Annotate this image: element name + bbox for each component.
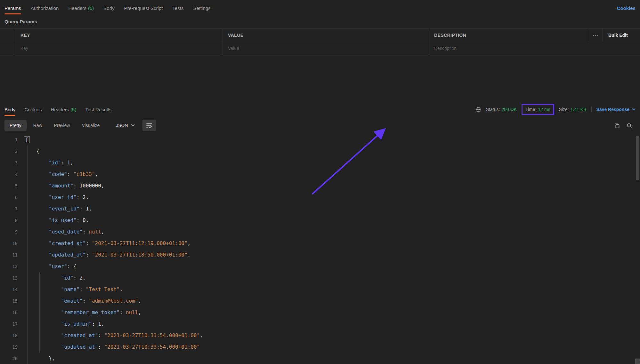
code-line: 3 "id": 1,: [0, 157, 640, 169]
param-value-cell: [223, 42, 429, 55]
wrap-text-icon: [146, 123, 152, 128]
line-number: 5: [0, 180, 18, 192]
language-value: JSON: [116, 123, 128, 128]
code-text: },: [24, 353, 55, 364]
code-line: 19 "updated_at": "2021-03-27T10:33:54.00…: [0, 341, 640, 353]
code-text: "updated_at": "2021-03-27T10:33:54.000+0…: [24, 341, 200, 353]
tab-label: Cookies: [24, 107, 42, 112]
indent-guide: [39, 272, 40, 353]
response-tabbar: Body Cookies Headers (5) Test Results St…: [0, 102, 640, 117]
column-header-description: DESCRIPTION: [429, 29, 589, 42]
status-value: 200 OK: [501, 107, 516, 112]
line-number: 9: [0, 226, 18, 238]
line-number: 20: [0, 353, 18, 364]
line-number: 4: [0, 169, 18, 180]
chevron-down-icon: [131, 124, 135, 127]
tab-label: Settings: [193, 5, 210, 11]
code-line: 16 "remember_me_token": null,: [0, 307, 640, 318]
response-tab-body[interactable]: Body: [4, 102, 15, 117]
code-text: "id": 1,: [24, 157, 73, 169]
size-stat: Size: 1.41 KB: [559, 107, 587, 112]
code-text: "user_id": 2,: [24, 192, 89, 203]
response-body-viewer: 1[2 {3 "id": 1,4 "code": "c1b33",5 "amou…: [0, 134, 640, 364]
size-value: 1.41 KB: [571, 107, 587, 112]
param-key-input[interactable]: [20, 46, 217, 51]
chevron-down-icon: [632, 108, 636, 111]
line-number: 18: [0, 330, 18, 341]
time-value: 12 ms: [538, 107, 550, 112]
indent-guide: [27, 146, 28, 364]
tab-label: Headers: [51, 107, 69, 112]
tab-body[interactable]: Body: [103, 0, 114, 16]
tab-params[interactable]: Params: [4, 0, 21, 16]
code-text: "created_at": "2021-03-27T11:12:19.000+0…: [24, 238, 190, 249]
response-pane: Body Cookies Headers (5) Test Results St…: [0, 102, 640, 364]
code-line: 2 {: [0, 146, 640, 157]
copy-icon[interactable]: [614, 123, 620, 129]
code-line: 15 "email": "admin@test.com",: [0, 295, 640, 307]
response-meta: Status: 200 OK Time: 12 ms Size: 1.41 KB…: [475, 104, 636, 115]
search-icon[interactable]: [626, 123, 632, 129]
code-text: [: [24, 134, 30, 146]
headers-count-badge: (6): [88, 5, 94, 11]
line-number: 15: [0, 295, 18, 307]
code-line: 17 "is_admin": 1,: [0, 318, 640, 330]
code-line: 18 "created_at": "2021-03-27T10:33:54.00…: [0, 330, 640, 341]
code-line: 13 "id": 2,: [0, 272, 640, 284]
request-pane: Params Authorization Headers (6) Body Pr…: [0, 0, 640, 55]
param-description-input[interactable]: [434, 46, 635, 51]
response-tab-cookies[interactable]: Cookies: [24, 102, 42, 117]
save-response-button[interactable]: Save Response: [596, 107, 636, 112]
line-number: 16: [0, 307, 18, 318]
code-text: {: [24, 146, 39, 157]
line-number: 19: [0, 341, 18, 353]
code-line: 1[: [0, 134, 640, 146]
network-globe-icon[interactable]: [475, 107, 481, 113]
language-dropdown[interactable]: JSON: [112, 120, 138, 131]
cookies-link[interactable]: Cookies: [617, 5, 636, 11]
time-label: Time:: [525, 107, 536, 112]
code-text: "created_at": "2021-03-27T10:33:54.000+0…: [24, 330, 203, 341]
code-line: 5 "amount": 1000000,: [0, 180, 640, 192]
view-tab-raw[interactable]: Raw: [28, 120, 47, 131]
tab-label: Test Results: [85, 107, 111, 112]
tab-settings[interactable]: Settings: [193, 0, 210, 16]
code-line: 10 "created_at": "2021-03-27T11:12:19.00…: [0, 238, 640, 249]
param-row-gutter: [0, 42, 15, 55]
line-number: 12: [0, 261, 18, 272]
save-response-label: Save Response: [596, 107, 630, 112]
param-row-gutter: [0, 29, 15, 42]
view-tab-preview[interactable]: Preview: [49, 120, 75, 131]
param-value-input[interactable]: [228, 46, 424, 51]
response-tab-headers[interactable]: Headers (5): [51, 102, 76, 117]
scrollbar-thumb[interactable]: [636, 136, 639, 180]
code-line: 9 "used_date": null,: [0, 226, 640, 238]
status-label: Status:: [486, 107, 500, 112]
tab-headers[interactable]: Headers (6): [68, 0, 94, 16]
response-tab-test-results[interactable]: Test Results: [85, 102, 111, 117]
status-stat: Status: 200 OK: [486, 107, 517, 112]
tab-label: Pre-request Script: [124, 5, 163, 11]
code-text: "used_date": null,: [24, 226, 104, 238]
code-line: 4 "code": "c1b33",: [0, 169, 640, 180]
tab-label: Body: [103, 5, 114, 11]
view-tab-pretty[interactable]: Pretty: [4, 120, 27, 131]
more-options-icon[interactable]: •••: [589, 29, 603, 42]
tab-authorization[interactable]: Authorization: [31, 0, 59, 16]
tab-pre-request-script[interactable]: Pre-request Script: [124, 0, 163, 16]
code-text: "code": "c1b33",: [24, 169, 98, 180]
tab-tests[interactable]: Tests: [172, 0, 183, 16]
response-toolbar: Pretty Raw Preview Visualize JSON: [0, 117, 640, 134]
code-text: "is_used": 0,: [24, 215, 89, 226]
wrap-text-button[interactable]: [142, 120, 156, 131]
query-params-table: KEY VALUE DESCRIPTION ••• Bulk Edit: [0, 28, 640, 55]
line-number: 2: [0, 146, 18, 157]
code-line: 6 "user_id": 2,: [0, 192, 640, 203]
bulk-edit-button[interactable]: Bulk Edit: [603, 29, 640, 42]
line-number: 1: [0, 134, 18, 146]
view-tab-visualize[interactable]: Visualize: [77, 120, 105, 131]
line-number: 7: [0, 203, 18, 215]
line-number: 8: [0, 215, 18, 226]
code-line: 14 "name": "Test Test",: [0, 284, 640, 295]
code-text: "amount": 1000000,: [24, 180, 104, 192]
